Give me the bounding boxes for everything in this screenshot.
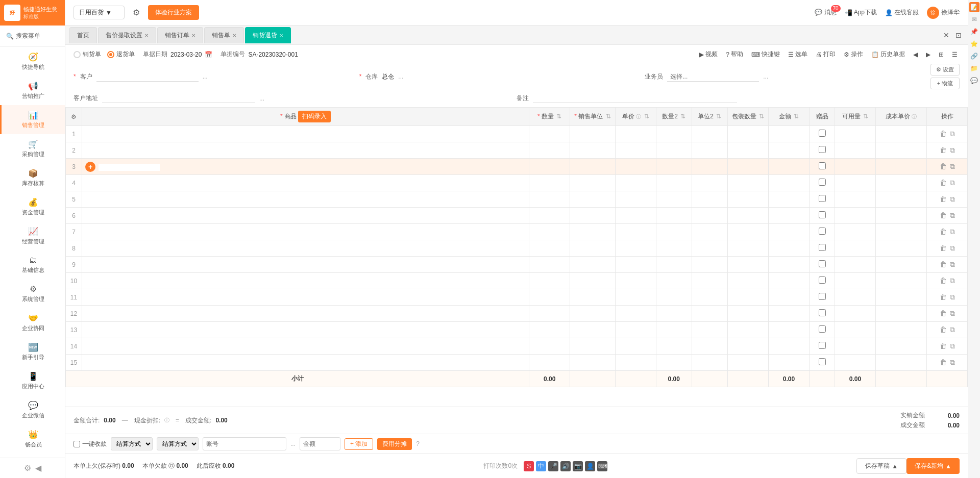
price-info-icon[interactable]: ⓘ [636,114,641,119]
unit-cell[interactable] [570,175,615,191]
unit-cell[interactable] [570,191,615,208]
amount-cell[interactable] [769,224,810,240]
help-tool[interactable]: ? 帮助 [724,49,745,60]
product-cell[interactable] [82,126,529,142]
tab-sales-bill[interactable]: 销售单 ✕ [204,27,244,43]
unit2-cell[interactable] [692,289,727,306]
sidebar-item-member[interactable]: 👑 畅会员 [0,424,65,454]
product-cell[interactable] [82,240,529,257]
sidebar-item-finance[interactable]: 💰 资金管理 [0,192,65,221]
gift-checkbox[interactable] [819,358,826,365]
amount-cell[interactable] [769,191,810,208]
delete-row-button[interactable]: 🗑 [940,162,947,171]
amount-cell[interactable] [769,257,810,273]
copy-row-button[interactable]: ⧉ [950,260,955,269]
gift-checkbox[interactable] [819,293,826,300]
gift-checkbox[interactable] [819,244,826,251]
copy-row-button[interactable]: ⧉ [950,293,955,301]
unit2-cell[interactable] [692,240,727,257]
gift-cell[interactable] [810,273,835,289]
sidebar-item-quicknav[interactable]: 🧭 快捷导航 [0,47,65,76]
qty-cell[interactable] [529,257,570,273]
unit2-cell[interactable] [692,208,727,224]
gift-checkbox[interactable] [819,179,826,186]
amount-cell[interactable] [769,273,810,289]
gift-cell[interactable] [810,159,835,175]
gift-cell[interactable] [810,175,835,191]
qty-cell[interactable] [529,355,570,371]
settle-method-select[interactable]: 结算方式 [111,437,153,450]
qty-cell[interactable] [529,191,570,208]
qty-cell[interactable] [529,224,570,240]
qty2-cell[interactable] [656,306,692,322]
gift-cell[interactable] [810,257,835,273]
qty-cell[interactable] [529,208,570,224]
gift-cell[interactable] [810,191,835,208]
copy-row-button[interactable]: ⧉ [950,325,955,334]
delete-row-button[interactable]: 🗑 [940,293,947,301]
qty-cell[interactable] [529,289,570,306]
pkg-cell[interactable] [727,338,768,355]
one-key-collect-checkbox[interactable]: 一键收款 [74,440,107,448]
qty2-sort-icon[interactable]: ⇅ [680,113,685,120]
message-button[interactable]: 💬 消息 70 [815,8,836,17]
sidebar-item-appstore[interactable]: 📱 应用中心 [0,366,65,395]
select-bill-tool[interactable]: ☰ 选单 [786,49,810,60]
avail-cell[interactable] [835,355,876,371]
grid-view[interactable]: ⊞ [937,50,946,59]
avail-sort-icon[interactable]: ⇅ [863,113,868,120]
tab-sales-bill-close[interactable]: ✕ [232,33,236,38]
gift-cell[interactable] [810,355,835,371]
delete-row-button[interactable]: 🗑 [940,130,947,138]
save-new-button[interactable]: 保存&新增 ▲ [906,458,960,474]
avail-cell[interactable] [835,175,876,191]
tab-sales-order-close[interactable]: ✕ [191,33,195,38]
add-row-button[interactable]: + [85,162,95,172]
scan-button[interactable]: 扫码录入 [298,111,331,122]
gift-cell[interactable] [810,240,835,257]
fee-split-help[interactable]: ? [416,440,420,447]
price-sort-icon[interactable]: ⇅ [644,113,649,120]
sidebar-item-wechat[interactable]: 💬 企业微信 [0,395,65,424]
pkg-cell[interactable] [727,159,768,175]
gift-checkbox[interactable] [819,162,826,169]
fee-split-button[interactable]: 费用分摊 [377,438,412,450]
shortcut-tool[interactable]: ⌨ 快捷键 [749,49,782,60]
pkg-cell[interactable] [727,306,768,322]
restore-tab-button[interactable]: ⊡ [953,30,964,40]
experience-plan-button[interactable]: 体验行业方案 [148,5,199,20]
amount-cell[interactable] [769,355,810,371]
qty-cell[interactable] [529,338,570,355]
gift-cell[interactable] [810,338,835,355]
unit2-cell[interactable] [692,257,727,273]
avail-cell[interactable] [835,257,876,273]
collapse-button[interactable]: ◀ [35,463,41,473]
copy-row-button[interactable]: ⧉ [950,162,955,171]
unit2-cell[interactable] [692,322,727,338]
cost-cell[interactable] [876,208,927,224]
unit2-cell[interactable] [692,191,727,208]
pkg-cell[interactable] [727,175,768,191]
amount-cell[interactable] [769,159,810,175]
price-cell[interactable] [615,159,656,175]
panel-icon-link[interactable]: 🔗 [969,51,979,61]
discount-info-icon[interactable]: ⓘ [164,417,169,424]
qty-cell[interactable] [529,306,570,322]
account-more[interactable]: ... [290,440,296,447]
gift-checkbox[interactable] [819,276,826,284]
qty2-cell[interactable] [656,175,692,191]
amount-sort-icon[interactable]: ⇅ [794,113,799,120]
cost-cell[interactable] [876,224,927,240]
product-cell[interactable] [82,289,529,306]
price-cell[interactable] [615,289,656,306]
cost-cell[interactable] [876,240,927,257]
cost-cell[interactable] [876,175,927,191]
tab-sales-order[interactable]: 销售订单 ✕ [157,27,203,43]
amount-cell[interactable] [769,175,810,191]
cost-cell[interactable] [876,126,927,142]
delete-row-button[interactable]: 🗑 [940,146,947,155]
cost-cell[interactable] [876,322,927,338]
delete-row-button[interactable]: 🗑 [940,228,947,236]
unit2-sort-icon[interactable]: ⇅ [716,113,721,120]
avail-cell[interactable] [835,159,876,175]
